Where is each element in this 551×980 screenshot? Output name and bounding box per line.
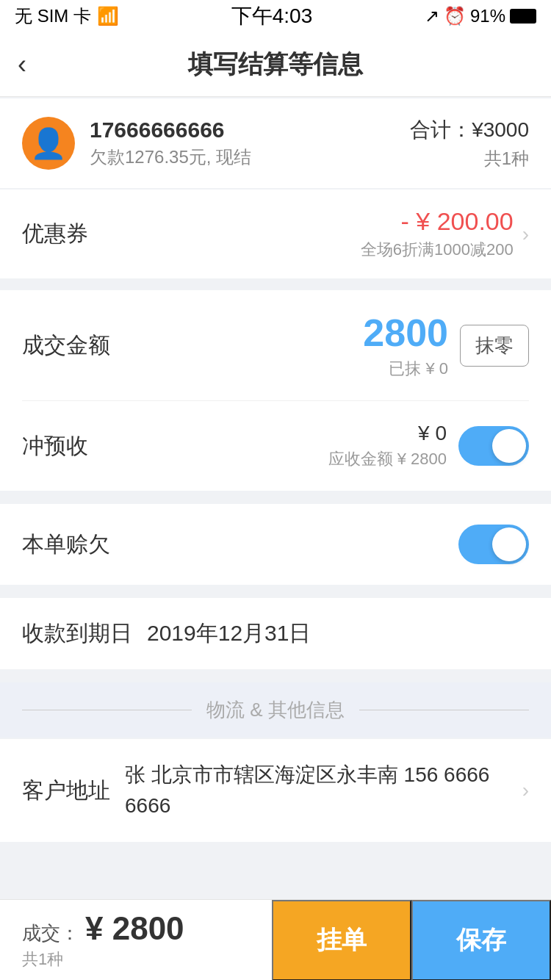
address-label: 客户地址 bbox=[22, 776, 110, 806]
coupon-section[interactable]: 优惠券 - ¥ 200.00 全场6折满1000减200 › bbox=[0, 190, 551, 278]
customer-phone: 17666666666 bbox=[90, 118, 251, 143]
bottom-amount: ¥ 2800 bbox=[85, 910, 184, 947]
coupon-amount: - ¥ 200.00 bbox=[361, 207, 514, 236]
avatar: 👤 bbox=[22, 117, 75, 170]
transaction-right: 2800 已抹 ¥ 0 抹零 bbox=[363, 311, 529, 380]
address-arrow-icon: › bbox=[522, 779, 529, 802]
transaction-value-wrap: 2800 已抹 ¥ 0 bbox=[363, 311, 448, 380]
arrears-section: 本单赊欠 bbox=[0, 504, 551, 585]
logistics-line-left bbox=[22, 710, 192, 710]
address-value: 张 北京市市辖区海淀区永丰南 156 6666 6666 bbox=[125, 760, 515, 821]
prepaid-row: 冲预收 ¥ 0 应收金额 ¥ 2800 bbox=[22, 401, 529, 491]
section-divider-3 bbox=[0, 585, 551, 597]
coupon-desc: 全场6折满1000减200 bbox=[361, 239, 514, 261]
round-zero-button[interactable]: 抹零 bbox=[460, 325, 529, 367]
amount-section: 成交金额 2800 已抹 ¥ 0 抹零 冲预收 ¥ 0 应收金额 ¥ 2800 bbox=[0, 290, 551, 491]
customer-left: 👤 17666666666 欠款1276.35元, 现结 bbox=[22, 117, 251, 170]
bottom-deal-wrap: 成交： ¥ 2800 bbox=[22, 910, 250, 947]
transaction-value: 2800 bbox=[363, 311, 448, 355]
bottom-left: 成交： ¥ 2800 共1种 bbox=[0, 910, 272, 970]
customer-right: 合计：¥3000 共1种 bbox=[410, 116, 529, 170]
address-section[interactable]: 客户地址 张 北京市市辖区海淀区永丰南 156 6666 6666 › bbox=[0, 739, 551, 842]
prepaid-right: ¥ 0 应收金额 ¥ 2800 bbox=[328, 422, 529, 470]
logistics-line-right bbox=[359, 710, 529, 710]
prepaid-sub: 应收金额 ¥ 2800 bbox=[328, 448, 447, 470]
sim-status: 无 SIM 卡 bbox=[15, 4, 91, 28]
prepaid-toggle[interactable] bbox=[458, 426, 529, 466]
section-divider-2 bbox=[0, 491, 551, 502]
page-title: 填写结算等信息 bbox=[188, 48, 363, 82]
arrears-toggle-knob bbox=[492, 527, 526, 561]
hang-order-button[interactable]: 挂单 bbox=[272, 900, 411, 981]
transaction-sub: 已抹 ¥ 0 bbox=[363, 358, 448, 380]
wifi-icon: 📶 bbox=[97, 6, 119, 26]
customer-count: 共1种 bbox=[410, 147, 529, 170]
prepaid-label: 冲预收 bbox=[22, 431, 88, 461]
bottom-deal-label: 成交： bbox=[22, 920, 79, 946]
alarm-icon: ⏰ bbox=[444, 6, 466, 26]
section-divider-4 bbox=[0, 669, 551, 681]
customer-card: 👤 17666666666 欠款1276.35元, 现结 合计：¥3000 共1… bbox=[0, 98, 551, 188]
customer-debt: 欠款1276.35元, 现结 bbox=[90, 145, 251, 169]
duedate-section: 收款到期日 2019年12月31日 bbox=[0, 598, 551, 669]
save-button[interactable]: 保存 bbox=[411, 900, 551, 981]
status-right: ↗ ⏰ 91% bbox=[425, 6, 536, 26]
duedate-label: 收款到期日 bbox=[22, 619, 132, 649]
arrears-label: 本单赊欠 bbox=[22, 530, 110, 560]
status-bar: 无 SIM 卡 📶 下午4:03 ↗ ⏰ 91% bbox=[0, 0, 551, 32]
prepaid-value-wrap: ¥ 0 应收金额 ¥ 2800 bbox=[328, 422, 447, 470]
transaction-label: 成交金额 bbox=[22, 331, 110, 361]
prepaid-value: ¥ 0 bbox=[328, 422, 447, 445]
customer-info: 17666666666 欠款1276.35元, 现结 bbox=[90, 118, 251, 169]
coupon-arrow-icon: › bbox=[522, 223, 529, 246]
battery-icon bbox=[510, 9, 536, 24]
battery-level: 91% bbox=[470, 6, 505, 26]
coupon-label: 优惠券 bbox=[22, 219, 88, 249]
status-left: 无 SIM 卡 📶 bbox=[15, 4, 119, 28]
nav-bar: ‹ 填写结算等信息 bbox=[0, 32, 551, 97]
logistics-label: 物流 & 其他信息 bbox=[192, 697, 359, 723]
duedate-value: 2019年12月31日 bbox=[147, 619, 311, 649]
avatar-icon: 👤 bbox=[30, 126, 67, 161]
bottom-bar: 成交： ¥ 2800 共1种 挂单 保存 bbox=[0, 899, 551, 980]
bottom-count: 共1种 bbox=[22, 948, 250, 970]
coupon-right: - ¥ 200.00 全场6折满1000减200 › bbox=[361, 207, 529, 261]
back-button[interactable]: ‹ bbox=[18, 49, 26, 80]
logistics-section: 物流 & 其他信息 bbox=[0, 682, 551, 738]
customer-total: 合计：¥3000 bbox=[410, 116, 529, 144]
duedate-row: 收款到期日 2019年12月31日 bbox=[22, 619, 529, 649]
transaction-row: 成交金额 2800 已抹 ¥ 0 抹零 bbox=[22, 290, 529, 401]
status-time: 下午4:03 bbox=[231, 2, 313, 30]
toggle-knob bbox=[492, 429, 526, 463]
section-divider-1 bbox=[0, 278, 551, 290]
location-icon: ↗ bbox=[425, 6, 439, 26]
arrears-toggle[interactable] bbox=[458, 525, 529, 564]
